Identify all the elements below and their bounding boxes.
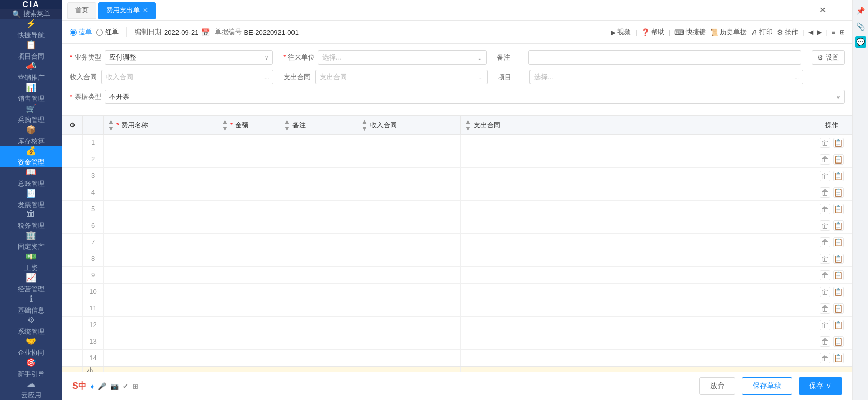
sidebar-item-tax[interactable]: 🏛 税务管理 [0, 210, 62, 230]
sidebar-item-ledger[interactable]: 📖 总账管理 [0, 167, 62, 188]
sidebar-item-cloud-app[interactable]: ☁ 云应用 [0, 379, 62, 400]
row-expense-col[interactable] [461, 350, 811, 366]
sidebar-item-inventory[interactable]: 📦 库存核算 [0, 125, 62, 146]
table-row[interactable]: 7 🗑 📋 [62, 234, 852, 250]
row-expense-col[interactable] [461, 317, 811, 333]
sidebar-item-sales[interactable]: 📊 销售管理 [0, 82, 62, 103]
row-expense-col[interactable] [461, 168, 811, 184]
sort-icon[interactable]: ▲▼ [108, 118, 114, 132]
delete-row-icon[interactable]: 🗑 [820, 237, 830, 247]
sidebar-item-salary[interactable]: 💵 工资 [0, 251, 62, 273]
right-bar-pin-btn[interactable]: 📌 [855, 5, 866, 17]
table-row[interactable]: 1 🗑 📋 [62, 135, 852, 151]
sidebar-item-marketing[interactable]: 📣 营销推广 [0, 61, 62, 82]
table-row[interactable]: 12 🗑 📋 [62, 317, 852, 333]
row-note-col[interactable] [279, 267, 357, 284]
copy-row-icon[interactable]: 📋 [833, 237, 844, 247]
row-expense-col[interactable] [461, 217, 811, 234]
sidebar-item-finance[interactable]: 💰 资金管理 [0, 146, 62, 167]
row-amount-col[interactable] [217, 267, 279, 284]
next-btn[interactable]: ▶ [817, 28, 822, 36]
window-minimize-button[interactable]: — [833, 3, 847, 18]
row-expense-name-col[interactable] [104, 333, 217, 350]
video-btn[interactable]: ▶ 视频 [611, 27, 631, 37]
row-note-col[interactable] [279, 284, 357, 300]
sidebar-item-purchase[interactable]: 🛒 采购管理 [0, 103, 62, 125]
partner-input[interactable]: 选择... ... [318, 50, 487, 65]
copy-row-icon[interactable]: 📋 [833, 336, 844, 347]
copy-row-icon[interactable]: 📋 [833, 204, 844, 214]
row-note-col[interactable] [279, 168, 357, 184]
row-income-col[interactable] [357, 234, 461, 250]
col-header-amount[interactable]: ▲▼ * 金额 [217, 116, 279, 135]
shortcut-btn[interactable]: ⌨ 快捷键 [674, 27, 706, 37]
row-income-col[interactable] [357, 300, 461, 317]
copy-row-icon[interactable]: 📋 [833, 320, 844, 330]
delete-row-icon[interactable]: 🗑 [820, 287, 830, 297]
row-income-col[interactable] [357, 151, 461, 168]
row-expense-name-col[interactable] [104, 267, 217, 284]
copy-row-icon[interactable]: 📋 [833, 254, 844, 264]
row-amount-col[interactable] [217, 217, 279, 234]
business-type-input[interactable]: 应付调整 ∨ [105, 50, 273, 65]
sidebar-item-enterprise[interactable]: 🤝 企业协同 [0, 336, 62, 358]
delete-row-icon[interactable]: 🗑 [820, 220, 830, 231]
row-note-col[interactable] [279, 217, 357, 234]
copy-row-icon[interactable]: 📋 [833, 138, 844, 148]
copy-row-icon[interactable]: 📋 [833, 171, 844, 181]
history-btn[interactable]: 📜 历史单据 [710, 27, 747, 37]
sidebar-item-quick-nav[interactable]: ⚡ 快捷导航 [0, 19, 62, 40]
bill-type-input[interactable]: 不开票 ∨ [105, 90, 845, 104]
delete-row-icon[interactable]: 🗑 [820, 154, 830, 165]
row-note-col[interactable] [279, 135, 357, 151]
note-input[interactable] [528, 50, 801, 65]
row-expense-name-col[interactable] [104, 151, 217, 168]
row-expense-name-col[interactable] [104, 217, 217, 234]
row-amount-col[interactable] [217, 317, 279, 333]
more-ops-btn[interactable]: ⚙ 操作 [777, 27, 798, 37]
row-income-col[interactable] [357, 217, 461, 234]
table-row[interactable]: 6 🗑 📋 [62, 217, 852, 234]
row-expense-col[interactable] [461, 267, 811, 284]
delete-row-icon[interactable]: 🗑 [820, 303, 830, 314]
table-row[interactable]: 13 🗑 📋 [62, 333, 852, 350]
row-amount-col[interactable] [217, 333, 279, 350]
table-row[interactable]: 5 🗑 📋 [62, 201, 852, 217]
row-income-col[interactable] [357, 250, 461, 267]
sort-icon[interactable]: ▲▼ [465, 118, 472, 132]
table-row[interactable]: 3 🗑 📋 [62, 168, 852, 184]
col-header-note[interactable]: ▲▼ 备注 [279, 116, 357, 135]
row-amount-col[interactable] [217, 184, 279, 201]
delete-row-icon[interactable]: 🗑 [820, 171, 830, 181]
tab-close-icon[interactable]: ✕ [143, 7, 148, 14]
table-row[interactable]: 10 🗑 📋 [62, 284, 852, 300]
sort-icon[interactable]: ▲▼ [222, 118, 228, 132]
row-expense-name-col[interactable] [104, 135, 217, 151]
row-note-col[interactable] [279, 300, 357, 317]
row-income-col[interactable] [357, 267, 461, 284]
row-expense-name-col[interactable] [104, 234, 217, 250]
col-header-income-contract[interactable]: ▲▼ 收入合同 [357, 116, 461, 135]
row-note-col[interactable] [279, 350, 357, 366]
copy-row-icon[interactable]: 📋 [833, 154, 844, 165]
row-amount-col[interactable] [217, 350, 279, 366]
copy-row-icon[interactable]: 📋 [833, 220, 844, 231]
prev-btn[interactable]: ◀ [808, 28, 813, 36]
row-expense-name-col[interactable] [104, 300, 217, 317]
window-close-button[interactable]: ✕ [815, 3, 830, 18]
sidebar-item-operations[interactable]: 📈 经营管理 [0, 273, 62, 294]
row-expense-col[interactable] [461, 284, 811, 300]
col-header-expense-contract[interactable]: ▲▼ 支出合同 [461, 116, 811, 135]
sidebar-item-assets[interactable]: 🏢 固定资产 [0, 230, 62, 251]
print-btn[interactable]: 🖨 打印 [751, 27, 773, 37]
sort-icon[interactable]: ▲▼ [284, 118, 290, 132]
row-income-col[interactable] [357, 317, 461, 333]
save-draft-button[interactable]: 保存草稿 [742, 377, 792, 395]
copy-row-icon[interactable]: 📋 [833, 303, 844, 314]
row-income-col[interactable] [357, 184, 461, 201]
row-amount-col[interactable] [217, 135, 279, 151]
row-note-col[interactable] [279, 151, 357, 168]
row-expense-col[interactable] [461, 151, 811, 168]
table-row[interactable]: 14 🗑 📋 [62, 350, 852, 366]
row-expense-name-col[interactable] [104, 201, 217, 217]
